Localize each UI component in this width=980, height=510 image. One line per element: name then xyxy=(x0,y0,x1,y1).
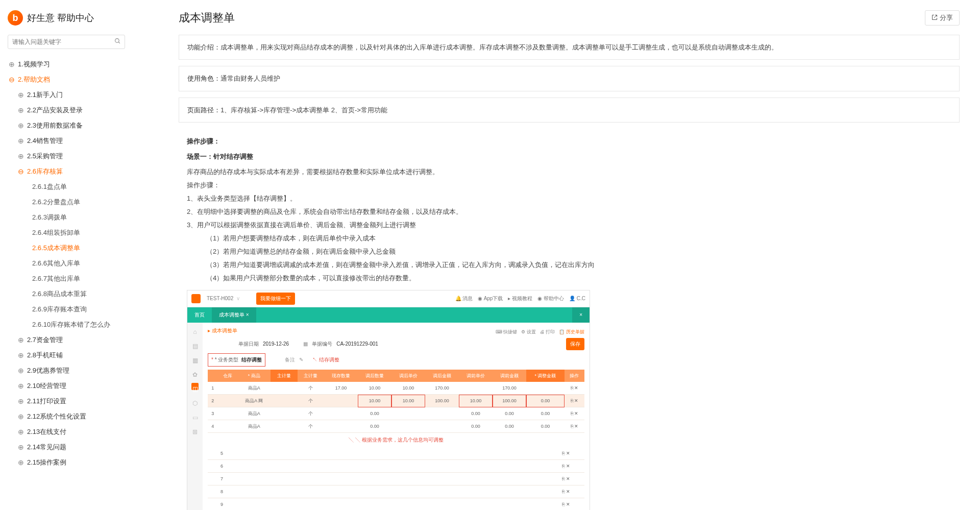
role-label: 使用角色： xyxy=(187,75,220,82)
minus-icon: ⊖ xyxy=(17,167,25,176)
ss-tab-home: 首页 xyxy=(187,307,212,323)
ss-link: ⌨ 快捷键 xyxy=(496,327,518,336)
nav-item[interactable]: ⊕2.7资金管理 xyxy=(8,332,125,348)
ss-link: ⚙ 设置 xyxy=(521,327,536,336)
ss-nav-home-icon: ⌂ xyxy=(191,326,199,333)
ss-logo-icon xyxy=(191,294,201,303)
nav-item[interactable]: 2.6.9库存账本查询 xyxy=(8,302,125,317)
share-button[interactable]: 分享 xyxy=(925,10,960,26)
nav-label: 1.视频学习 xyxy=(18,60,50,69)
plus-icon: ⊕ xyxy=(17,367,25,375)
scene1-desc: 库存商品的结存成本与实际成本有差异，需要根据结存数量和实际单位成本进行调整。 xyxy=(187,165,951,179)
nav-item[interactable]: ⊕2.15操作案例 xyxy=(8,455,125,470)
ss-save-btn: 保存 xyxy=(566,338,584,350)
nav-item[interactable]: 2.6.4组装拆卸单 xyxy=(8,225,125,240)
nav-label: 2.3使用前数据准备 xyxy=(27,121,83,130)
ss-nav-icon: ⊞ xyxy=(191,426,199,433)
plus-icon: ⊕ xyxy=(17,137,25,145)
nav-item[interactable]: 2.6.6其他入库单 xyxy=(8,256,125,271)
nav-label: 2.6.2分量盘点单 xyxy=(32,198,80,207)
nav-label: 2.8手机旺铺 xyxy=(27,351,63,360)
svg-line-1 xyxy=(118,42,120,43)
nav-item[interactable]: 2.6.8商品成本重算 xyxy=(8,286,125,302)
nav-item[interactable]: 2.6.7其他出库单 xyxy=(8,271,125,286)
ss-anno1: ↖ 结存调整 xyxy=(312,355,339,365)
ss-nav-icon: ▦ xyxy=(191,354,199,361)
search-icon[interactable] xyxy=(114,38,121,46)
nav-item[interactable]: 2.6.1盘点单 xyxy=(8,179,125,195)
nav-label: 2.1新手入门 xyxy=(27,90,63,100)
nav-label: 2.6库存核算 xyxy=(27,167,63,176)
plus-icon: ⊕ xyxy=(17,443,25,451)
nav-label: 2.12系统个性化设置 xyxy=(27,412,86,421)
ss-nav-active-icon: ◫ xyxy=(191,383,199,390)
nav-item[interactable]: ⊕2.13在线支付 xyxy=(8,424,125,440)
plus-icon: ⊕ xyxy=(17,152,25,160)
main-content: 成本调整单 分享 功能介绍：成本调整单，用来实现对商品结存成本的调整，以及针对具… xyxy=(133,0,980,510)
intro-text: 成本调整单，用来实现对商品结存成本的调整，以及针对具体的出入库单进行成本调整。库… xyxy=(220,43,778,51)
logo-icon: b xyxy=(8,10,23,26)
share-label: 分享 xyxy=(940,13,953,22)
site-title: 好生意 帮助中心 xyxy=(27,12,94,24)
nav-item[interactable]: 2.6.2分量盘点单 xyxy=(8,195,125,210)
ss-tab-active: 成本调整单 × xyxy=(212,307,256,323)
nav-label: 2.13在线支付 xyxy=(27,427,66,436)
nav-item[interactable]: ⊕2.1新手入门 xyxy=(8,87,125,103)
ss-nav-icon: ▭ xyxy=(191,411,199,419)
nav-label: 2.6.1盘点单 xyxy=(32,182,67,191)
substep-3: （3）若用户知道要调增或调减的成本差值，则在调整金额中录入差值，调增录入正值，记… xyxy=(206,258,951,272)
nav-label: 2.4销售管理 xyxy=(27,136,63,145)
nav-tree: ⊕1.视频学习⊖2.帮助文档⊕2.1新手入门⊕2.2产品安装及登录⊕2.3使用前… xyxy=(8,57,125,470)
nav-item[interactable]: ⊖2.6库存核算 xyxy=(8,164,125,179)
path-text: 1、库存核算->库存管理->成本调整单 2、首页->常用功能 xyxy=(220,106,387,114)
search-input[interactable] xyxy=(8,35,125,49)
plus-icon: ⊕ xyxy=(17,106,25,114)
nav-label: 2.6.3调拨单 xyxy=(32,213,67,222)
intro-box: 功能介绍：成本调整单，用来实现对商品结存成本的调整，以及针对具体的出入库单进行成… xyxy=(179,35,960,60)
nav-item[interactable]: 2.6.10库存账本错了怎么办 xyxy=(8,317,125,332)
nav-item[interactable]: ⊕2.3使用前数据准备 xyxy=(8,118,125,133)
ss-video-link: ▸ 视频教程 xyxy=(508,294,532,304)
ss-help-link: ◉ 帮助中心 xyxy=(537,294,564,304)
nav-item[interactable]: ⊖2.帮助文档 xyxy=(8,72,125,87)
ss-bell-icon: 🔔 消息 xyxy=(455,294,473,304)
minus-icon: ⊖ xyxy=(8,76,16,84)
nav-item[interactable]: ⊕2.10经营管理 xyxy=(8,378,125,394)
ss-nav-icon: ⬡ xyxy=(191,397,199,404)
substep-2: （2）若用户知道调整总的结存金额，则在调后金额中录入总金额 xyxy=(206,245,951,258)
nav-item[interactable]: ⊕2.5采购管理 xyxy=(8,149,125,164)
nav-item[interactable]: ⊕2.2产品安装及登录 xyxy=(8,103,125,118)
plus-icon: ⊕ xyxy=(8,60,16,68)
nav-item[interactable]: ⊕2.8手机旺铺 xyxy=(8,348,125,363)
nav-label: 2.6.4组装拆卸单 xyxy=(32,228,80,237)
plus-icon: ⊕ xyxy=(17,351,25,359)
nav-item[interactable]: ⊕2.4销售管理 xyxy=(8,133,125,149)
nav-item[interactable]: ⊕2.14常见问题 xyxy=(8,440,125,455)
plus-icon: ⊕ xyxy=(17,458,25,467)
substep-4: （4）如果用户只调整部分数量的成本，可以直接修改带出的结存数量。 xyxy=(206,272,951,285)
nav-item[interactable]: 2.6.5成本调整单 xyxy=(8,240,125,256)
nav-label: 2.7资金管理 xyxy=(27,335,63,345)
ss-tabs: 首页 成本调整单 × × xyxy=(187,307,590,323)
plus-icon: ⊕ xyxy=(17,397,25,405)
ss-form-row: 单据日期 2019-12-26 ▦ 单据编号 CA-20191229-001 保… xyxy=(208,338,584,350)
sub-steps-title: 操作步骤： xyxy=(187,179,951,192)
nav-label: 2.6.8商品成本重算 xyxy=(32,289,87,299)
search-box xyxy=(8,35,125,49)
nav-item[interactable]: ⊕2.11打印设置 xyxy=(8,394,125,409)
ss-app-link: ◉ App下载 xyxy=(478,294,503,304)
intro-label: 功能介绍： xyxy=(187,43,220,51)
step-3: 3、用户可以根据调整依据直接在调后单价、调后金额、调整金额列上进行调整 xyxy=(187,218,951,232)
nav-item[interactable]: ⊕2.12系统个性化设置 xyxy=(8,409,125,424)
scene1-title: 场景一：针对结存调整 xyxy=(187,150,951,163)
role-box: 使用角色：通常由财务人员维护 xyxy=(179,66,960,91)
nav-label: 2.9优惠券管理 xyxy=(27,366,69,375)
nav-item[interactable]: ⊕1.视频学习 xyxy=(8,57,125,72)
nav-label: 2.帮助文档 xyxy=(18,75,50,84)
nav-label: 2.6.7其他出库单 xyxy=(32,274,80,283)
nav-item[interactable]: ⊕2.9优惠券管理 xyxy=(8,363,125,378)
nav-item[interactable]: 2.6.3调拨单 xyxy=(8,210,125,225)
role-text: 通常由财务人员维护 xyxy=(220,75,280,82)
share-icon xyxy=(932,14,938,22)
nav-label: 2.10经营管理 xyxy=(27,381,66,391)
